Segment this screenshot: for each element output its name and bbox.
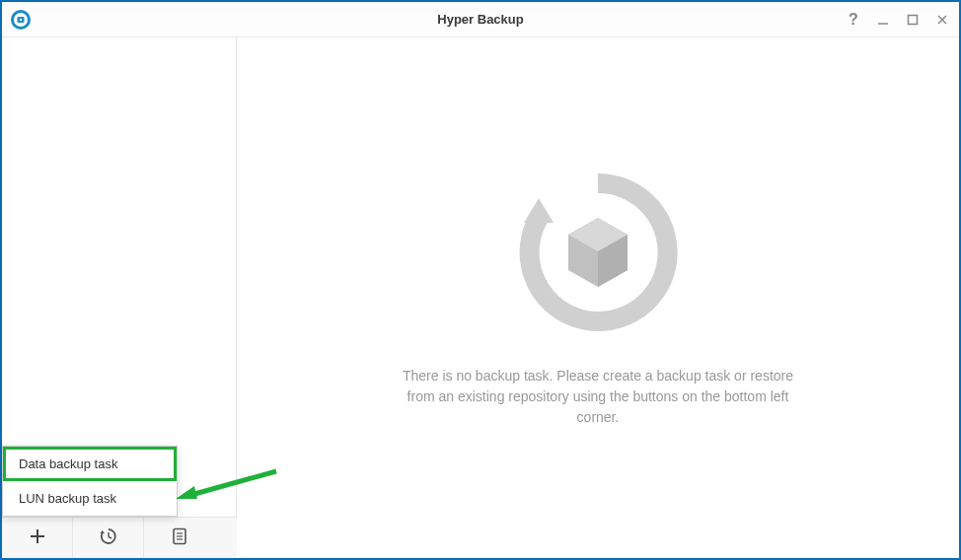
- log-button[interactable]: [144, 518, 215, 558]
- svg-rect-5: [909, 15, 918, 24]
- plus-icon: [28, 526, 47, 550]
- minimize-icon[interactable]: [874, 11, 892, 29]
- menu-item-lun-backup[interactable]: LUN backup task: [3, 481, 177, 516]
- app-icon: [10, 9, 32, 31]
- help-icon[interactable]: ?: [845, 11, 862, 29]
- svg-marker-17: [524, 198, 554, 223]
- history-icon: [99, 526, 118, 550]
- svg-marker-10: [100, 530, 105, 533]
- new-task-popup: Data backup task LUN backup task: [2, 446, 178, 517]
- restore-button[interactable]: [73, 518, 144, 558]
- svg-line-12: [109, 536, 111, 538]
- close-icon[interactable]: [933, 11, 951, 29]
- main-content: There is no backup task. Please create a…: [237, 37, 959, 558]
- document-icon: [171, 527, 188, 549]
- bottom-toolbar: [2, 517, 237, 558]
- menu-item-data-backup[interactable]: Data backup task: [3, 447, 177, 481]
- empty-state-message: There is no backup task. Please create a…: [401, 366, 795, 428]
- empty-state-icon: [514, 169, 682, 336]
- svg-point-3: [20, 18, 22, 20]
- window-title: Hyper Backup: [437, 12, 523, 27]
- body-area: Data backup task LUN backup task: [2, 37, 959, 558]
- app-window: Hyper Backup ? Data backup task LUN back…: [0, 0, 961, 560]
- empty-state: There is no backup task. Please create a…: [401, 169, 795, 428]
- add-task-button[interactable]: [2, 518, 73, 558]
- maximize-icon[interactable]: [904, 11, 922, 29]
- window-controls: ?: [845, 11, 951, 29]
- titlebar: Hyper Backup ?: [2, 2, 959, 37]
- sidebar: Data backup task LUN backup task: [2, 37, 237, 558]
